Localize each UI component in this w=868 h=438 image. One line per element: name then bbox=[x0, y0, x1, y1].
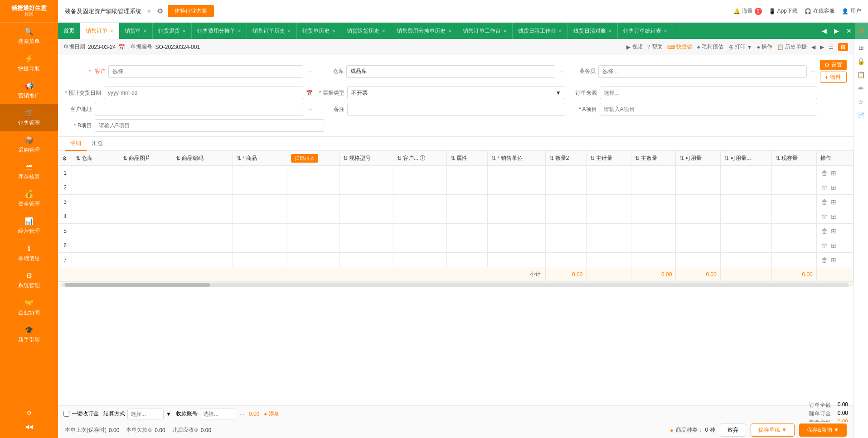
tab-order-history-close-icon[interactable]: ✕ bbox=[287, 29, 291, 34]
cell-avail[interactable] bbox=[676, 180, 721, 195]
cell-unit[interactable] bbox=[487, 238, 545, 253]
help-btn[interactable]: ? 帮助 bbox=[647, 43, 663, 51]
sidebar-item-search[interactable]: 🔍 搜索菜单 bbox=[0, 23, 58, 50]
cell-product[interactable] bbox=[233, 238, 287, 253]
cell-code[interactable] bbox=[172, 180, 233, 195]
cell-image[interactable] bbox=[119, 238, 172, 253]
row-delete-button[interactable]: 🗑 bbox=[820, 213, 829, 220]
cell-unit[interactable] bbox=[487, 224, 545, 238]
cell-image[interactable] bbox=[119, 224, 172, 238]
row-copy-button[interactable]: ⊞ bbox=[830, 198, 837, 206]
tab-cashflow-reconcile-close-icon[interactable]: ✕ bbox=[608, 29, 612, 34]
cell-scan[interactable] bbox=[287, 166, 339, 180]
tab-return-history-close-icon[interactable]: ✕ bbox=[382, 29, 385, 34]
tab-sales-order[interactable]: 销售订单 ✕ bbox=[80, 23, 119, 39]
cell-avail2[interactable] bbox=[720, 224, 771, 238]
staff-input[interactable] bbox=[598, 65, 807, 78]
note-input[interactable] bbox=[347, 103, 565, 116]
tab-detail[interactable]: 明细 bbox=[65, 137, 87, 151]
cell-code[interactable] bbox=[172, 209, 233, 224]
cell-avail2[interactable] bbox=[720, 238, 771, 253]
cell-attr[interactable] bbox=[447, 180, 488, 195]
cell-avail2[interactable] bbox=[720, 195, 771, 209]
cell-main-unit[interactable] bbox=[587, 224, 631, 238]
history-btn[interactable]: 📋 历史单据 bbox=[777, 43, 807, 51]
tab-expense-history[interactable]: 销售费用分摊单历史 ✕ bbox=[391, 23, 457, 39]
cell-stock[interactable] bbox=[772, 180, 817, 195]
cell-image[interactable] bbox=[119, 180, 172, 195]
cell-image[interactable] bbox=[119, 253, 172, 267]
order-source-input[interactable] bbox=[600, 87, 818, 99]
tab-stats[interactable]: 销售订单统计表 ✕ bbox=[618, 23, 673, 39]
cell-customer-code[interactable] bbox=[393, 195, 446, 209]
cell-main-unit[interactable] bbox=[587, 238, 631, 253]
cell-attr[interactable] bbox=[447, 166, 488, 180]
cell-main-unit[interactable] bbox=[587, 253, 631, 267]
settings-button[interactable]: ⚙ 设置 bbox=[820, 60, 847, 70]
cell-avail[interactable] bbox=[676, 166, 721, 180]
row-copy-button[interactable]: ⊞ bbox=[830, 213, 837, 220]
cell-qty2[interactable] bbox=[545, 253, 587, 267]
cell-customer-code[interactable] bbox=[393, 238, 446, 253]
cell-avail[interactable] bbox=[676, 195, 721, 209]
list-view-btn[interactable]: ☰ bbox=[829, 44, 834, 50]
row-delete-button[interactable]: 🗑 bbox=[820, 184, 829, 191]
scrollbar-thumb[interactable] bbox=[65, 283, 210, 287]
tab-sales-bill-close-icon[interactable]: ✕ bbox=[143, 29, 147, 34]
sidebar-item-cooperation[interactable]: 🤝 企业协同 bbox=[0, 294, 58, 321]
cell-attr[interactable] bbox=[447, 238, 488, 253]
account-more-icon[interactable]: ··· bbox=[240, 411, 244, 417]
sidebar-item-purchase[interactable]: 📦 采购管理 bbox=[0, 131, 58, 159]
gear-icon[interactable]: ⚙ bbox=[62, 155, 67, 162]
cell-image[interactable] bbox=[119, 166, 172, 180]
add-payment-button[interactable]: ● 添加 bbox=[264, 410, 279, 418]
tab-return[interactable]: 销货退货 ✕ bbox=[153, 23, 192, 39]
cell-code[interactable] bbox=[172, 238, 233, 253]
preview-btn[interactable]: ▶ 视频 bbox=[626, 43, 643, 51]
cell-main-unit[interactable] bbox=[587, 180, 631, 195]
right-panel-icon-6[interactable]: 📄 bbox=[855, 109, 868, 122]
cell-main-qty[interactable] bbox=[631, 166, 676, 180]
tab-stats-close-icon[interactable]: ✕ bbox=[664, 29, 667, 34]
sidebar-item-basicinfo[interactable]: ℹ 基础信息 bbox=[0, 240, 58, 267]
shortcut-btn[interactable]: ⌨ 快捷键 bbox=[667, 43, 693, 51]
cell-avail2[interactable] bbox=[720, 180, 771, 195]
operate-btn[interactable]: ● 操作 bbox=[757, 43, 772, 51]
one-click-payment-field[interactable]: 一键收订金 bbox=[63, 410, 99, 418]
cell-product[interactable] bbox=[233, 180, 287, 195]
cell-code[interactable] bbox=[172, 195, 233, 209]
address-input[interactable] bbox=[95, 103, 304, 116]
row-delete-button[interactable]: 🗑 bbox=[820, 169, 829, 177]
tab-cashflow-close-icon[interactable]: ✕ bbox=[558, 29, 562, 34]
cell-qty2[interactable] bbox=[545, 180, 587, 195]
cell-product[interactable] bbox=[233, 253, 287, 267]
cell-avail2[interactable] bbox=[720, 166, 771, 180]
online-support-item[interactable]: 🎧 在线客服 bbox=[805, 7, 835, 15]
save-new-button[interactable]: 保存&新增 ▼ bbox=[799, 424, 847, 437]
discard-button[interactable]: 放弃 bbox=[720, 424, 746, 437]
cell-spec[interactable] bbox=[339, 238, 393, 253]
cell-image[interactable] bbox=[119, 209, 172, 224]
cell-warehouse[interactable] bbox=[72, 180, 119, 195]
tab-return-history[interactable]: 销货退货历史 ✕ bbox=[341, 23, 391, 39]
tab-workbench[interactable]: 销售订单工作台 ✕ bbox=[457, 23, 513, 39]
cell-stock[interactable] bbox=[772, 209, 817, 224]
cell-scan[interactable] bbox=[287, 224, 339, 238]
sidebar-item-operations[interactable]: 📊 经营管理 bbox=[0, 212, 58, 240]
cell-attr[interactable] bbox=[447, 209, 488, 224]
cell-scan[interactable] bbox=[287, 209, 339, 224]
tab-sales-order-close-icon[interactable]: ✕ bbox=[110, 29, 113, 34]
sidebar-item-inventory[interactable]: 🗃 库存核算 bbox=[0, 159, 58, 185]
user-item[interactable]: 👤 用户 bbox=[842, 7, 861, 15]
tab-prev-button[interactable]: ◀ bbox=[818, 23, 830, 39]
tab-summary[interactable]: 汇总 bbox=[87, 137, 108, 151]
right-panel-icon-5[interactable]: ☆ bbox=[855, 96, 868, 108]
sidebar-item-newbie[interactable]: 🎓 新手引导 bbox=[0, 321, 58, 348]
cell-main-qty[interactable] bbox=[631, 195, 676, 209]
right-panel-icon-1[interactable]: ⊞ bbox=[855, 41, 868, 54]
notification-item[interactable]: 🔔 海量 9 bbox=[733, 7, 762, 15]
cell-warehouse[interactable] bbox=[72, 238, 119, 253]
tab-grid-button[interactable]: ⊞ bbox=[855, 23, 868, 39]
payment-method-input[interactable] bbox=[127, 409, 164, 419]
cell-stock[interactable] bbox=[772, 238, 817, 253]
